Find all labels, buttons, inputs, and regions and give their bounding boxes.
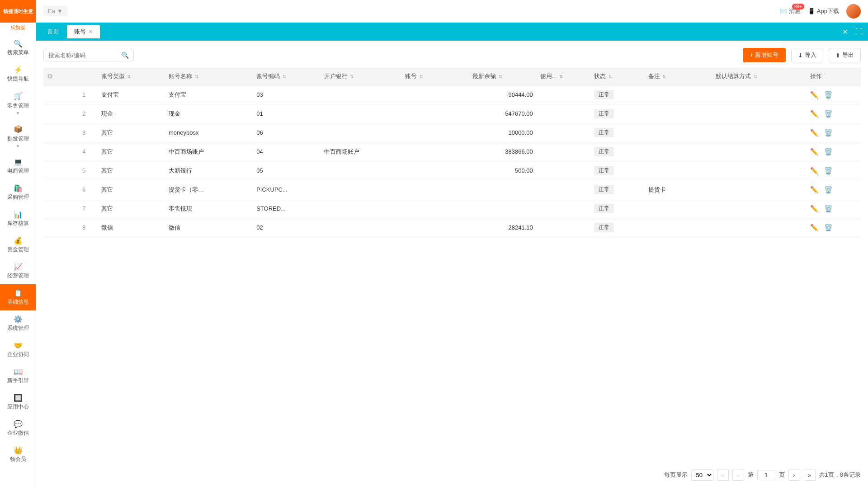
sidebar-item-search-menu[interactable]: 🔍 搜索菜单	[0, 35, 36, 61]
sort-status-icon: ⇅	[609, 74, 612, 79]
th-note[interactable]: 备注 ⇅	[645, 68, 712, 85]
table-row: 2 现金 现金 01 547670.00 正常 ✏️ 🗑️	[43, 104, 861, 123]
th-account[interactable]: 账号 ⇅	[401, 68, 469, 85]
th-settlement[interactable]: 默认结算方式 ⇅	[712, 68, 807, 85]
prev-page-button[interactable]: ‹	[732, 469, 744, 481]
sidebar-item-vip-member[interactable]: 👑 畅会员	[0, 441, 36, 468]
sidebar-item-finance-mgmt[interactable]: 💰 资金管理	[0, 232, 36, 258]
last-page-button[interactable]: »	[804, 469, 816, 481]
tab-accounts[interactable]: 账号 ✕	[67, 25, 100, 38]
delete-button[interactable]: 🗑️	[824, 205, 833, 212]
next-page-button[interactable]: ›	[788, 469, 800, 481]
retail-expand-icon: ▼	[16, 111, 20, 116]
edit-button[interactable]: ✏️	[810, 148, 819, 155]
delete-button[interactable]: 🗑️	[824, 148, 833, 155]
add-account-button[interactable]: + 新增账号	[743, 48, 786, 62]
th-balance-label: 最新余额	[472, 73, 496, 80]
company-dropdown[interactable]: Ea ▼	[43, 6, 67, 16]
sidebar-item-label: 畅会员	[10, 456, 26, 462]
row-num: 3	[71, 123, 98, 142]
page-size-select[interactable]: 50	[691, 469, 713, 481]
edit-button[interactable]: ✏️	[810, 167, 819, 174]
row-bank	[321, 199, 401, 218]
search-input[interactable]	[48, 52, 118, 59]
close-tab-icon[interactable]: ✕	[840, 26, 850, 38]
row-name: 零售抵现	[165, 199, 253, 218]
app-download-button[interactable]: 📱 App下载	[808, 7, 839, 15]
sidebar-item-inventory[interactable]: 📊 库存核算	[0, 206, 36, 232]
search-box[interactable]: 🔍	[43, 49, 134, 61]
th-bank[interactable]: 开户银行 ⇅	[321, 68, 401, 85]
row-balance	[469, 180, 536, 199]
th-usage[interactable]: 使用... ⇅	[537, 68, 591, 85]
import-button[interactable]: ⬇ 导入	[791, 48, 823, 62]
delete-button[interactable]: 🗑️	[824, 91, 833, 99]
sidebar-item-enterprise-wechat[interactable]: 💬 企业微信	[0, 415, 36, 441]
message-button[interactable]: ✉️ 消息 99+	[780, 7, 801, 15]
sidebar-item-quick-nav[interactable]: ⚡ 快捷导航	[0, 61, 36, 87]
row-type: 其它	[98, 180, 165, 199]
delete-button[interactable]: 🗑️	[824, 167, 833, 174]
sidebar-item-retail-mgmt[interactable]: 🛒 零售管理 ▼	[0, 87, 36, 120]
message-badge: 99+	[792, 4, 804, 9]
edit-button[interactable]: ✏️	[810, 205, 819, 212]
th-code[interactable]: 账号编码 ⇅	[253, 68, 320, 85]
th-status[interactable]: 状态 ⇅	[590, 68, 645, 85]
sidebar-item-label: 企业微信	[7, 430, 29, 436]
edit-button[interactable]: ✏️	[810, 110, 819, 117]
sort-code-icon: ⇅	[283, 74, 286, 79]
per-page-label: 每页显示	[664, 471, 688, 479]
edit-button[interactable]: ✏️	[810, 129, 819, 136]
sidebar-item-enterprise-agreement[interactable]: 🤝 企业协同	[0, 337, 36, 363]
sidebar-item-wholesale-mgmt[interactable]: 📦 批发管理 ▼	[0, 120, 36, 153]
retail-icon: 🛒	[14, 92, 23, 100]
table-settings-icon[interactable]: ⚙	[47, 72, 53, 80]
row-num: 7	[71, 199, 98, 218]
sidebar-item-new-guide[interactable]: 📖 新手引导	[0, 363, 36, 389]
search-menu-icon: 🔍	[2, 39, 34, 48]
delete-button[interactable]: 🗑️	[824, 129, 833, 136]
maximize-icon[interactable]: ⛶	[854, 26, 864, 38]
sidebar-item-basic-info[interactable]: 📋 基础信息	[0, 284, 36, 310]
sort-settlement-icon: ⇅	[754, 74, 757, 79]
sidebar-item-system-mgmt[interactable]: ⚙️ 系统管理	[0, 310, 36, 337]
row-checkbox-cell	[43, 161, 71, 180]
tab-home[interactable]: 首页	[40, 25, 66, 38]
page-number-input[interactable]	[757, 470, 775, 480]
row-code: 06	[253, 123, 320, 142]
th-balance[interactable]: 最新余额 ⇅	[469, 68, 536, 85]
row-balance: -90444.00	[469, 85, 536, 104]
th-name[interactable]: 账号名称 ⇅	[165, 68, 253, 85]
sidebar-item-operations-mgmt[interactable]: 📈 经营管理	[0, 258, 36, 284]
sidebar-item-label: 系统管理	[7, 325, 29, 331]
topbar-left: Ea ▼	[43, 6, 67, 16]
sidebar-item-ecommerce-mgmt[interactable]: 💻 电商管理	[0, 153, 36, 179]
edit-button[interactable]: ✏️	[810, 91, 819, 99]
row-settlement	[712, 123, 807, 142]
tab-close-icon[interactable]: ✕	[89, 29, 93, 35]
row-account	[401, 85, 469, 104]
edit-button[interactable]: ✏️	[810, 224, 819, 231]
edit-button[interactable]: ✏️	[810, 186, 819, 193]
th-type[interactable]: 账号类型 ⇅	[98, 68, 165, 85]
user-avatar[interactable]	[846, 4, 861, 19]
enterprise-icon: 🤝	[2, 341, 34, 350]
delete-button[interactable]: 🗑️	[824, 110, 833, 117]
ecommerce-icon: 💻	[2, 158, 34, 166]
row-num: 6	[71, 180, 98, 199]
row-num: 8	[71, 218, 98, 237]
export-button[interactable]: ⬆ 导出	[829, 48, 861, 62]
row-settlement	[712, 85, 807, 104]
sidebar-item-purchase-mgmt[interactable]: 🛍️ 采购管理	[0, 179, 36, 206]
sidebar-item-app-center[interactable]: 🔲 应用中心	[0, 389, 36, 415]
wholesale-expand-icon: ▼	[16, 144, 20, 149]
row-name: 支付宝	[165, 85, 253, 104]
wechat-icon: 💬	[2, 420, 34, 428]
first-page-button[interactable]: «	[717, 469, 729, 481]
delete-button[interactable]: 🗑️	[824, 224, 833, 231]
content-area: 🔍 + 新增账号 ⬇ 导入 ⬆ 导出	[36, 41, 868, 488]
delete-button[interactable]: 🗑️	[824, 186, 833, 193]
app-download-label: App下载	[817, 7, 839, 15]
main-area: Ea ▼ ✉️ 消息 99+ 📱 App下载 首页 账号 ✕ ✕	[36, 0, 868, 488]
row-code: 01	[253, 104, 320, 123]
